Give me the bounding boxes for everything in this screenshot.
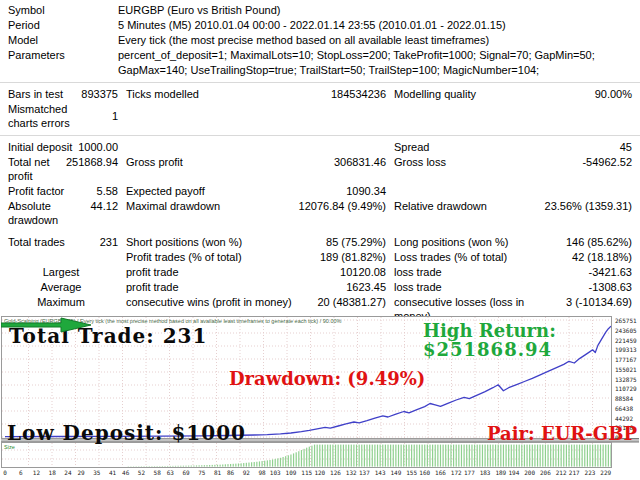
lot-size-bar	[332, 445, 333, 467]
x-axis-tick-label: 18	[49, 469, 57, 476]
lot-size-bar	[348, 445, 349, 467]
stat-label: Initial deposit	[8, 140, 72, 154]
lot-size-bar	[214, 465, 215, 467]
lot-size-bar	[550, 445, 551, 467]
report-stat-cell	[8, 250, 118, 264]
stat-value: 306831.46	[330, 155, 386, 183]
lot-size-bar	[309, 447, 310, 467]
lot-size-bar	[172, 466, 173, 467]
x-axis-tick-label: 120	[314, 469, 325, 476]
stat-value: 1623.45	[342, 280, 386, 294]
stat-label: Long positions (won %)	[394, 235, 508, 249]
lot-size-bar	[584, 445, 585, 467]
report-stat-cell	[386, 184, 632, 198]
lot-size-bar	[269, 460, 270, 467]
lot-size-bar	[529, 445, 530, 467]
lot-size-bar	[498, 445, 499, 467]
lot-size-bar	[254, 462, 255, 467]
lot-size-bar	[290, 455, 291, 467]
report-stat-cell: Profit factor5.58	[8, 184, 118, 198]
x-axis-tick-label: 194	[509, 469, 520, 476]
lot-size-bar	[275, 459, 276, 467]
annotation-drawdown: Drawdown: (9.49%)	[229, 368, 425, 389]
lot-size-bar	[503, 445, 504, 467]
lot-size-bar	[471, 445, 472, 467]
report-info-row: SymbolEURGBP (Euro vs British Pound)	[8, 3, 632, 18]
report-stat-cell: Ticks modelled184534236	[118, 87, 386, 101]
lot-size-bar	[382, 445, 383, 467]
lot-size-bar	[540, 445, 541, 467]
report-stat-cell: Total trades231	[8, 235, 118, 249]
report-label: Symbol	[8, 3, 118, 18]
lot-size-bar	[566, 445, 567, 467]
lot-size-bar	[188, 466, 189, 467]
lot-size-bar	[505, 445, 506, 467]
lot-size-bar	[469, 445, 470, 467]
lot-size-bar	[545, 445, 546, 467]
lot-size-bar	[463, 445, 464, 467]
lot-size-bar	[482, 445, 483, 467]
stat-label: Largest	[43, 265, 80, 279]
stat-label: Profit trades (% of total)	[126, 250, 242, 264]
report-stat-cell: Modelling quality90.00%	[386, 87, 632, 101]
lot-size-bar	[175, 466, 176, 467]
y-axis-tick-label: 88584	[615, 395, 633, 402]
lot-size-bar	[364, 445, 365, 467]
lot-size-bar	[288, 455, 289, 466]
stat-label: Average	[41, 280, 82, 294]
report-info-row: Period5 Minutes (M5) 2010.01.04 00:00 - …	[8, 18, 632, 33]
lot-size-bar	[534, 445, 535, 467]
lot-size-bar	[571, 445, 572, 467]
lot-size-bar	[440, 445, 441, 467]
lot-size-bar	[380, 445, 381, 467]
annotation-pair: Pair: EUR-GBP	[487, 423, 637, 444]
lot-size-bar	[587, 445, 588, 467]
lot-size-bar	[466, 445, 467, 467]
report-stat-cell: Long positions (won %)146 (85.62%)	[386, 235, 632, 249]
report-value: percent_of_deposit=1; MaximalLots=10; St…	[118, 48, 632, 78]
report-stat-row: Profit trades (% of total)189 (81.82%)Lo…	[8, 250, 632, 264]
x-axis-tick-label: 155	[406, 469, 417, 476]
lot-size-bar	[608, 445, 609, 467]
report-stat-cell: profit trade10120.08	[118, 265, 386, 279]
y-axis-tick-label: 66438	[615, 405, 633, 412]
report-stat-row: Largestprofit trade10120.08loss trade-34…	[8, 265, 632, 279]
x-axis-tick-label: 229	[600, 469, 611, 476]
stat-value: 893375	[77, 87, 118, 101]
lot-size-bar	[445, 445, 446, 467]
x-axis-tick-label: 160	[419, 469, 430, 476]
stat-value: 23.56% (1359.31)	[541, 199, 632, 227]
lot-size-bar	[424, 445, 425, 467]
report-stat-row: Mismatched charts errors1	[8, 102, 632, 130]
backtest-graph: 2657512436052214591993131771671550211328…	[1, 316, 639, 479]
stat-value: 231	[96, 235, 118, 249]
stat-value: 90.00%	[591, 87, 632, 101]
stat-label: Short positions (won %)	[126, 235, 242, 249]
lot-size-bar	[532, 445, 533, 467]
lot-size-bar	[330, 445, 331, 467]
stat-value: 1000.00	[74, 140, 118, 154]
lot-size-bar	[306, 448, 307, 467]
report-stat-cell: Loss trades (% of total)42 (18.18%)	[386, 250, 632, 264]
x-axis-tick-label: 143	[375, 469, 386, 476]
report-label: Period	[8, 18, 118, 33]
x-axis-tick-label: 12	[33, 469, 41, 476]
report-stat-cell: Total net profit251868.94	[8, 155, 118, 183]
lot-size-bar	[427, 445, 428, 467]
stat-value: 5.58	[93, 184, 118, 198]
stat-value: 45	[616, 140, 632, 154]
lot-size-bar	[492, 445, 493, 467]
lot-size-bar	[159, 466, 160, 467]
stat-label: Modelling quality	[394, 87, 476, 101]
report-label: Model	[8, 33, 118, 48]
stat-value: 1090.34	[342, 184, 386, 198]
lot-size-bar	[196, 465, 197, 466]
lot-size-bar	[345, 445, 346, 467]
lot-size-bar	[251, 462, 252, 466]
x-axis-tick-label: 183	[480, 469, 491, 476]
lot-size-bar	[390, 445, 391, 467]
lot-size-bar	[157, 466, 158, 467]
lot-size-bar	[327, 445, 328, 467]
lot-size-bar	[568, 445, 569, 467]
stat-value: 10120.08	[336, 265, 386, 279]
